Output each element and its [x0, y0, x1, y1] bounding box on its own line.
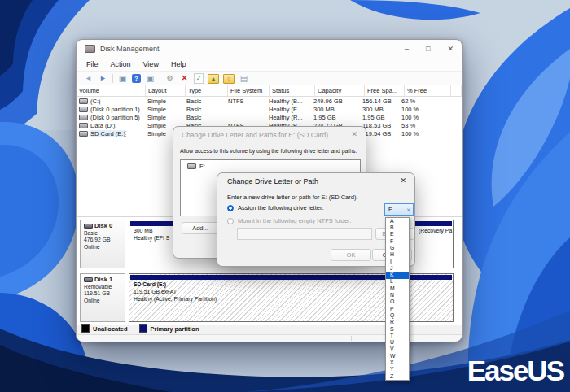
drive-letter-option[interactable]: W: [386, 353, 409, 359]
drive-letter-option[interactable]: A: [386, 218, 409, 224]
list-item[interactable]: E:: [181, 160, 360, 170]
menu-view[interactable]: View: [143, 60, 159, 68]
cell-pctfree: 53 %: [399, 122, 445, 129]
volume-row[interactable]: (Disk 0 partition 1) Simple Basic Health…: [77, 105, 462, 113]
disk0-label[interactable]: Disk 0 Basic 476.92 GB Online: [80, 220, 125, 268]
desktop: Disk Management – □ ✕ File Action View H…: [0, 0, 570, 392]
column-header-pctfree[interactable]: % Free: [405, 85, 451, 96]
assign-letter-radio-row[interactable]: Assign the following drive letter:: [227, 204, 323, 211]
volume-icon: [79, 107, 88, 112]
drive-letter-option[interactable]: Z: [386, 373, 409, 380]
volume-icon: [187, 163, 196, 169]
maximize-button[interactable]: □: [426, 45, 430, 53]
drive-letter-option[interactable]: M: [386, 285, 409, 292]
cell-freespace: 156.14 GB: [360, 98, 399, 105]
help-icon[interactable]: ?: [132, 74, 141, 83]
close-icon[interactable]: ✕: [400, 176, 406, 185]
column-header-layout[interactable]: Layout: [146, 85, 186, 96]
drive-letter-option[interactable]: L: [386, 279, 409, 285]
toolbar-separator: [112, 74, 113, 83]
drive-letter-dropdown-list[interactable]: A B E F G H I J K L M N O P Q R S T U V …: [385, 217, 410, 381]
delete-icon[interactable]: ✕: [179, 73, 190, 84]
disk-type: Basic: [84, 230, 125, 237]
menu-bar: File Action View Help: [77, 58, 462, 71]
drive-letter-option-highlighted[interactable]: K: [386, 272, 409, 278]
disk-icon: [84, 277, 93, 282]
volume-row[interactable]: (C:) Simple Basic NTFS Healthy (B... 249…: [77, 97, 462, 105]
column-header-volume[interactable]: Volume: [77, 85, 146, 96]
volume-name: (Disk 0 partition 1): [90, 106, 140, 113]
disk-type: Removable: [84, 284, 125, 291]
cell-layout: Simple: [145, 114, 184, 121]
minimize-button[interactable]: –: [405, 45, 409, 53]
folder-up-icon[interactable]: ▲: [208, 74, 219, 84]
drive-letter-option[interactable]: G: [386, 245, 409, 251]
column-header-filesystem[interactable]: File System: [228, 85, 270, 96]
disk-management-app-icon: [85, 45, 95, 53]
dialog-instruction: Enter a new drive letter or path for E: …: [227, 194, 357, 201]
volume-name: (Disk 0 partition 5): [90, 114, 140, 121]
drive-letter-option[interactable]: F: [386, 238, 409, 245]
properties-check-icon[interactable]: ✓: [194, 73, 204, 84]
menu-action[interactable]: Action: [111, 60, 131, 68]
drive-letter-option[interactable]: B: [386, 224, 409, 231]
menu-file[interactable]: File: [86, 60, 99, 68]
disk1-label[interactable]: Disk 1 Removable 119.51 GB Online: [80, 273, 125, 322]
add-button[interactable]: Add...: [182, 222, 219, 234]
details-icon[interactable]: ▤: [239, 73, 249, 84]
actions-pane-icon[interactable]: ▣: [145, 73, 156, 84]
drive-letter-option[interactable]: H: [386, 251, 409, 258]
dialog-title: Change Drive Letter and Paths for E: (SD…: [173, 127, 366, 139]
forward-icon[interactable]: ►: [98, 73, 108, 84]
tools-icon[interactable]: ⚙: [164, 73, 175, 84]
drive-letter-option[interactable]: S: [386, 326, 409, 333]
column-header-freespace[interactable]: Free Spa...: [365, 85, 405, 96]
volume-icon: [79, 131, 88, 137]
drive-letter-option[interactable]: E: [386, 232, 409, 238]
drive-letter-option[interactable]: T: [386, 333, 409, 339]
folder-search-icon[interactable]: ○: [223, 74, 235, 84]
console-window-icon[interactable]: ▣: [117, 73, 128, 84]
close-icon[interactable]: ✕: [351, 130, 357, 138]
drive-letter-option[interactable]: U: [386, 339, 409, 346]
legend-label: Primary partition: [151, 325, 200, 333]
legend-label: Unallocated: [93, 325, 128, 333]
ok-button[interactable]: OK: [331, 249, 371, 261]
back-icon[interactable]: ◄: [83, 73, 94, 84]
cell-type: Basic: [184, 106, 226, 113]
drive-letter-option[interactable]: P: [386, 306, 409, 312]
partition-legend: Unallocated Primary partition: [81, 324, 200, 333]
cell-layout: Simple: [145, 98, 184, 105]
drive-letter-option[interactable]: O: [386, 299, 409, 306]
cell-pctfree: 100 %: [399, 130, 445, 137]
drive-letter-combobox[interactable]: E ∨: [384, 203, 414, 216]
cell-capacity: 1.95 GB: [311, 114, 360, 121]
drive-letter-option[interactable]: N: [386, 292, 409, 298]
drive-letter-option[interactable]: X: [386, 359, 409, 366]
column-header-type[interactable]: Type: [186, 85, 228, 96]
volume-icon: [79, 115, 88, 120]
column-header-status[interactable]: Status: [270, 85, 315, 96]
volume-icon: [79, 123, 88, 128]
drive-letter-option[interactable]: Y: [386, 367, 409, 373]
volume-name: (C:): [90, 98, 101, 105]
partition-label: (Recovery Pa: [409, 227, 453, 234]
cell-freespace: 300 MB: [360, 106, 399, 113]
volume-icon: [79, 98, 88, 104]
cell-status: Healthy (R...: [266, 114, 311, 121]
column-header-capacity[interactable]: Capacity: [315, 85, 365, 96]
cell-type: Basic: [184, 98, 226, 105]
volume-row[interactable]: (Disk 0 partition 5) Simple Basic Health…: [77, 113, 462, 121]
drive-letter-option[interactable]: R: [386, 319, 409, 325]
toolbar-separator: [160, 74, 160, 83]
radio-selected-icon[interactable]: [227, 205, 234, 211]
drive-letter-option[interactable]: J: [386, 265, 409, 272]
window-title: Disk Management: [100, 45, 160, 53]
drive-letter-option[interactable]: I: [386, 259, 409, 265]
cell-type: Basic: [184, 114, 226, 121]
menu-help[interactable]: Help: [171, 60, 186, 68]
close-button[interactable]: ✕: [447, 45, 454, 53]
drive-letter-option[interactable]: V: [386, 346, 409, 353]
cell-status: Healthy (E...: [266, 106, 311, 113]
drive-letter-option[interactable]: Q: [386, 312, 409, 319]
